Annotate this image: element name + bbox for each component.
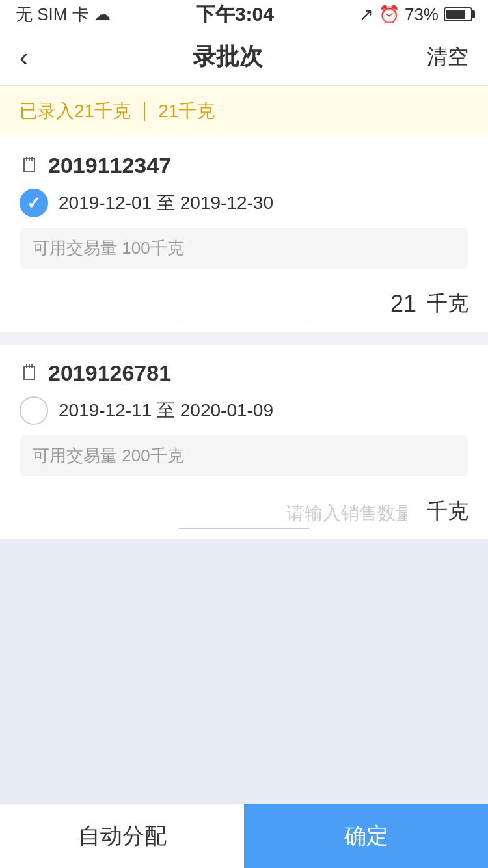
batch2-number: 2019126781	[48, 360, 171, 386]
bottom-bar: 自动分配 确定	[0, 803, 488, 868]
batch1-icon: 🗒	[20, 154, 40, 178]
batch1-date-row: 2019-12-01 至 2019-12-30	[0, 183, 488, 223]
alarm-icon: ⏰	[379, 5, 400, 25]
battery-percent: 73%	[405, 5, 439, 25]
status-right: ↗ ⏰ 73%	[359, 5, 472, 25]
batch1-date: 2019-12-01 至 2019-12-30	[59, 191, 273, 215]
batch2-header: 🗒 2019126781	[0, 345, 488, 391]
page-container: 无 SIM 卡 ☁ 下午3:04 ↗ ⏰ 73% ‹ 录批次 清空 已录入21千…	[0, 0, 488, 868]
status-left: 无 SIM 卡 ☁	[16, 3, 111, 26]
section-separator	[0, 332, 488, 345]
batch2-icon: 🗒	[20, 361, 40, 385]
info-divider	[144, 102, 145, 121]
batch2-divider	[179, 528, 309, 529]
batch2-date: 2019-12-11 至 2020-01-09	[59, 398, 273, 423]
recorded-info: 已录入21千克	[20, 99, 131, 124]
batch2-radio[interactable]	[20, 396, 48, 425]
info-banner: 已录入21千克 21千克	[0, 86, 488, 137]
batch1-radio[interactable]	[20, 189, 48, 217]
batch2-available: 可用交易量 200千克	[20, 435, 468, 476]
battery-icon	[444, 7, 472, 21]
status-time: 下午3:04	[196, 1, 274, 28]
back-button[interactable]: ‹	[20, 44, 28, 70]
batch-card-1: 🗒 2019112347 2019-12-01 至 2019-12-30 可用交…	[0, 137, 488, 332]
batch1-divider	[179, 321, 309, 321]
batch2-quantity-wrapper: 千克	[0, 487, 488, 539]
auto-distribute-button[interactable]: 自动分配	[0, 804, 244, 868]
page-title: 录批次	[193, 41, 263, 73]
batch2-quantity-input[interactable]	[286, 498, 416, 525]
sim-label: 无 SIM 卡 ☁	[16, 3, 111, 26]
nav-bar: ‹ 录批次 清空	[0, 29, 488, 86]
confirm-button[interactable]: 确定	[244, 804, 488, 868]
batch1-quantity-inner: 21 千克	[390, 290, 468, 318]
batch2-date-row: 2019-12-11 至 2020-01-09	[0, 391, 488, 430]
location-icon: ↗	[359, 5, 373, 25]
batch1-unit: 千克	[427, 290, 468, 318]
batch1-quantity-wrapper: 21 千克	[0, 279, 488, 332]
batch1-header: 🗒 2019112347	[0, 137, 488, 183]
total-info: 21千克	[158, 99, 215, 124]
status-bar: 无 SIM 卡 ☁ 下午3:04 ↗ ⏰ 73%	[0, 0, 488, 29]
batch-card-2: 🗒 2019126781 2019-12-11 至 2020-01-09 可用交…	[0, 345, 488, 539]
batch1-quantity-value: 21	[390, 290, 416, 318]
batch1-available: 可用交易量 100千克	[20, 228, 468, 269]
batch2-quantity-inner: 千克	[286, 497, 468, 526]
batch2-unit: 千克	[427, 497, 468, 526]
batch1-number: 2019112347	[48, 153, 171, 178]
clear-button[interactable]: 清空	[427, 43, 468, 72]
